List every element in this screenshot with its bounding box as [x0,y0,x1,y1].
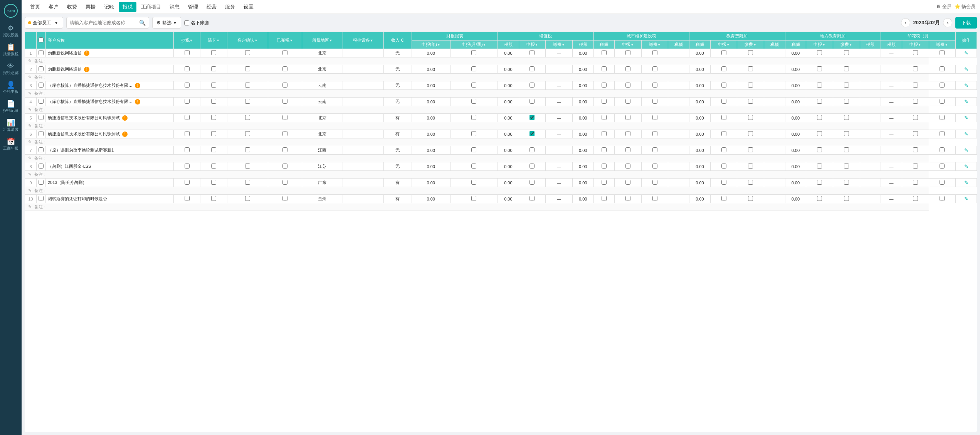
ledu-declare-cb[interactable] [817,99,822,104]
ledu-pay-cb[interactable] [844,99,849,104]
edu-declare-cb[interactable] [721,99,726,104]
paid-checkbox[interactable] [282,99,287,104]
checkbox-label[interactable]: 名下账套 [184,20,209,26]
search-icon[interactable]: 🔍 [139,20,146,26]
stamp-declare-cb[interactable] [913,180,918,185]
vat-declare-checkbox[interactable] [530,50,535,55]
search-input[interactable] [70,20,139,25]
edit-icon[interactable]: ✎ [964,99,968,105]
chaoshu-checkbox[interactable] [185,131,190,136]
ledu-declare-cb[interactable] [817,180,822,185]
stamp-declare-cb[interactable] [913,50,918,55]
edu-pay-cb[interactable] [748,99,753,104]
ledu-declare-cb[interactable] [817,66,822,71]
qingka-checkbox[interactable] [211,83,216,88]
row-checkbox-cell[interactable] [37,162,46,171]
vat-declare-checkbox[interactable] [530,66,535,71]
stamp-declare-cb[interactable] [913,66,918,71]
row-checkbox-cell[interactable] [37,98,46,106]
urban-pay-cb[interactable] [652,196,657,201]
edit-icon[interactable]: ✎ [964,115,968,121]
edu-pay-cb[interactable] [748,115,753,120]
confirm-checkbox[interactable] [245,115,250,120]
vat-declare-checkbox[interactable] [530,131,535,136]
paid-checkbox[interactable] [282,180,287,185]
qingka-checkbox[interactable] [211,99,216,104]
stamp-pay-cb[interactable] [940,164,945,169]
urban-declare-cb[interactable] [625,164,630,169]
topnav-item-票据[interactable]: 票据 [82,2,99,12]
qingka-checkbox[interactable] [211,147,216,152]
vat-declare-checkbox[interactable] [530,147,535,152]
row-checkbox[interactable] [39,115,44,120]
urban-pay-cb[interactable] [652,50,657,55]
chaoshu-checkbox[interactable] [185,164,190,169]
edu-declare-cb[interactable] [721,50,726,55]
stamp-pay-cb[interactable] [940,66,945,71]
urban-pay-cb[interactable] [652,83,657,88]
stamp-pay-cb[interactable] [940,83,945,88]
urban-declare-cb[interactable] [625,115,630,120]
edit-icon[interactable]: ✎ [964,83,968,88]
edu-pay-cb[interactable] [748,147,753,152]
urban-declare-cb[interactable] [625,50,630,55]
row-checkbox[interactable] [39,147,44,152]
row-checkbox-cell[interactable] [37,146,46,155]
edu-pay-cb[interactable] [748,164,753,169]
topnav-item-客户[interactable]: 客户 [45,2,62,12]
row-checkbox[interactable] [39,180,44,185]
fullscreen-btn[interactable]: 🖥 全屏 [936,3,951,10]
chaoshu-checkbox[interactable] [185,147,190,152]
fin-month-checkbox[interactable] [471,115,476,120]
edu-declare-cb[interactable] [721,147,726,152]
paid-checkbox[interactable] [282,131,287,136]
paid-checkbox[interactable] [282,83,287,88]
ledu-pay-cb[interactable] [844,180,849,185]
warn-icon[interactable]: ! [84,51,89,56]
stamp-declare-cb[interactable] [913,147,918,152]
paid-checkbox[interactable] [282,147,287,152]
vat-declare-checkbox[interactable] [530,115,535,120]
stamp-declare-cb[interactable] [913,115,918,120]
employee-select[interactable]: 全部员工 ▼ [25,17,63,29]
chaoshu-checkbox[interactable] [185,83,190,88]
topnav-item-消息[interactable]: 消息 [166,2,183,12]
paid-checkbox[interactable] [282,50,287,55]
stamp-pay-cb[interactable] [940,196,945,201]
edu-declare-cb[interactable] [721,180,726,185]
topnav-item-报税[interactable]: 报税 [119,2,136,12]
urban-pay-cb[interactable] [652,99,657,104]
sidebar-item-batch-tax[interactable]: 📋 批量报税 [2,40,20,59]
ledu-pay-cb[interactable] [844,147,849,152]
sidebar-item-tax-view[interactable]: 👁 报税总览 [2,59,20,78]
ledu-pay-cb[interactable] [844,196,849,201]
confirm-checkbox[interactable] [245,147,250,152]
ledu-pay-cb[interactable] [844,115,849,120]
sidebar-item-tax-record[interactable]: 📄 报税记录 [2,97,20,116]
confirm-checkbox[interactable] [245,83,250,88]
urban-cb[interactable] [602,164,607,169]
vat-declare-checkbox[interactable] [530,99,535,104]
warn-icon[interactable]: ! [135,99,140,105]
edit-icon[interactable]: ✎ [964,147,968,153]
ledu-declare-cb[interactable] [817,147,822,152]
row-checkbox[interactable] [39,164,44,169]
warn-icon[interactable]: ! [122,132,128,137]
row-checkbox[interactable] [39,196,44,201]
fin-month-checkbox[interactable] [471,99,476,104]
ledu-declare-cb[interactable] [817,115,822,120]
sidebar-item-tax-settings[interactable]: ⚙ 报税设置 [2,22,20,40]
paid-checkbox[interactable] [282,115,287,120]
urban-declare-cb[interactable] [625,131,630,136]
urban-pay-cb[interactable] [652,131,657,136]
edu-pay-cb[interactable] [748,196,753,201]
confirm-checkbox[interactable] [245,180,250,185]
row-checkbox[interactable] [39,131,44,136]
edit-icon[interactable]: ✎ [964,164,968,169]
stamp-pay-cb[interactable] [940,99,945,104]
ledu-pay-cb[interactable] [844,83,849,88]
row-checkbox[interactable] [39,50,44,55]
sidebar-item-annual-report[interactable]: 📅 工商年报 [2,135,20,154]
sidebar-item-personal-tax[interactable]: 👤 个税申报 [2,78,20,97]
vat-declare-checkbox[interactable] [530,83,535,88]
